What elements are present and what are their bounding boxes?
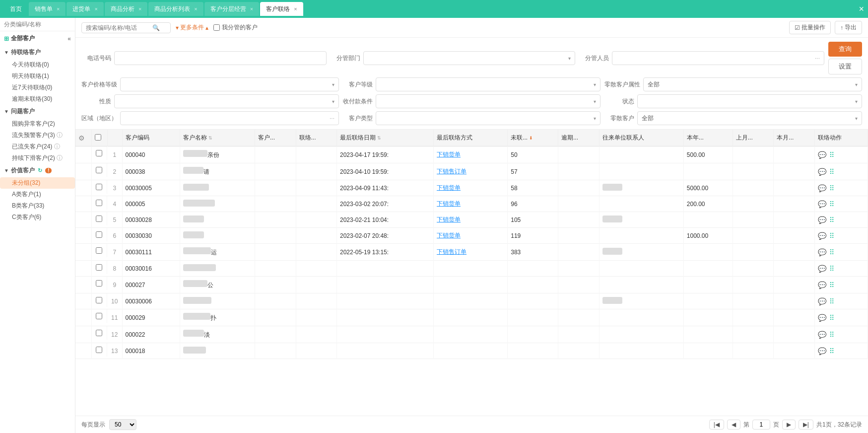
row-checkbox[interactable] [96, 200, 102, 206]
row-checkbox[interactable] [96, 330, 102, 336]
contact-phone-icon[interactable]: 💬 [818, 248, 826, 256]
page-prev-button[interactable]: ◀ [727, 420, 740, 430]
col-this-year[interactable]: 本年... [683, 130, 733, 146]
tab-sales[interactable]: 销售单 × [29, 2, 66, 16]
row-checkbox-cell[interactable] [92, 277, 108, 290]
filter-payment-select[interactable]: ▾ [376, 94, 601, 108]
row-checkbox-cell[interactable] [92, 326, 108, 340]
row-checkbox-cell[interactable] [92, 196, 108, 210]
col-gear[interactable]: ⚙ [75, 130, 91, 146]
tab-home[interactable]: 首页 [4, 2, 28, 16]
tab-customer-contact-close[interactable]: × [294, 6, 297, 12]
more-action-icon[interactable]: ⠿ [829, 216, 834, 224]
search-input[interactable] [86, 24, 150, 31]
col-last-contact-date[interactable]: 最后联络日期⇅ [337, 130, 434, 146]
row-checkbox[interactable] [96, 313, 102, 319]
row-checkbox-cell[interactable] [92, 146, 108, 160]
sidebar-item-week-pending[interactable]: 近7天待联络(0) [0, 82, 75, 93]
row-checkbox[interactable] [96, 280, 102, 287]
more-action-icon[interactable]: ⠿ [829, 168, 834, 176]
col-contact[interactable]: 联络... [296, 130, 337, 146]
row-last-method[interactable]: 下销货单 [434, 212, 508, 228]
gear-icon[interactable]: ⚙ [78, 134, 85, 142]
contact-phone-icon[interactable]: 💬 [818, 168, 826, 176]
contact-phone-icon[interactable]: 💬 [818, 347, 826, 355]
filter-manager-dots[interactable]: ··· [815, 55, 820, 62]
sidebar-item-churned[interactable]: 已流失客户(24) ⓘ [0, 141, 75, 152]
row-last-method[interactable]: 下销售订单 [434, 244, 508, 261]
contact-phone-icon[interactable]: 💬 [818, 281, 826, 289]
select-all-checkbox[interactable] [95, 134, 101, 141]
row-last-method[interactable]: 下销货单 [434, 180, 508, 196]
row-checkbox[interactable] [96, 231, 102, 238]
row-last-method[interactable]: 下销售订单 [434, 163, 508, 180]
sidebar-collapse-arrow[interactable]: « [67, 35, 71, 42]
sidebar-category-pending[interactable]: ▼ 待联络客户 [0, 46, 75, 59]
sidebar-item-churn-warning[interactable]: 流失预警客户(3) ⓘ [0, 130, 75, 141]
row-checkbox[interactable] [96, 216, 102, 222]
col-customer-name[interactable]: 客户名称⇅ [180, 130, 255, 146]
row-last-method[interactable]: 下销货单 [434, 196, 508, 212]
tab-product-analysis-close[interactable]: × [138, 6, 141, 12]
more-conditions-button[interactable]: ▾ 更多条件 ▴ [176, 23, 208, 32]
more-action-icon[interactable]: ⠿ [829, 331, 834, 339]
filter-dept-select[interactable]: ▾ [363, 51, 576, 65]
export-button[interactable]: ↑ 导出 [835, 21, 862, 34]
contact-phone-icon[interactable]: 💬 [818, 232, 826, 240]
all-customers-section[interactable]: ⊞ 全部客户 « [0, 31, 75, 46]
col-last-month[interactable]: 上月... [733, 130, 774, 146]
sidebar-search-input[interactable] [4, 21, 75, 28]
page-size-select[interactable]: 50 100 200 [109, 419, 136, 430]
close-all-button[interactable]: × [859, 4, 864, 14]
reset-button[interactable]: 设置 [828, 59, 862, 74]
filter-status-select[interactable]: ▾ [637, 94, 862, 108]
col-this-month[interactable]: 本月... [774, 130, 815, 146]
contact-phone-icon[interactable]: 💬 [818, 297, 826, 305]
tab-customer-segment[interactable]: 客户分层经营 × [204, 2, 259, 16]
row-checkbox-cell[interactable] [92, 309, 108, 323]
more-action-icon[interactable]: ⠿ [829, 248, 834, 256]
row-checkbox[interactable] [96, 297, 102, 303]
more-action-icon[interactable]: ⠿ [829, 347, 834, 355]
contact-phone-icon[interactable]: 💬 [818, 216, 826, 224]
col-customer-type[interactable]: 客户... [255, 130, 296, 146]
sidebar-item-today-pending[interactable]: 今天待联络(0) [0, 59, 75, 71]
row-checkbox-cell[interactable] [92, 212, 108, 225]
my-customers-input[interactable] [213, 24, 220, 31]
contact-phone-icon[interactable]: 💬 [818, 331, 826, 339]
sidebar-category-value[interactable]: ▼ 价值客户 ↻ ! [0, 164, 75, 177]
more-action-icon[interactable]: ⠿ [829, 314, 834, 322]
row-last-method[interactable]: 下销货单 [434, 228, 508, 244]
sidebar-item-class-b[interactable]: B类客户(33) [0, 200, 75, 212]
sidebar-item-tomorrow-pending[interactable]: 明天待联络(1) [0, 71, 75, 82]
batch-ops-button[interactable]: ☑ 批量操作 [789, 21, 831, 34]
page-last-button[interactable]: ▶| [799, 420, 813, 430]
row-checkbox-cell[interactable] [92, 180, 108, 194]
value-refresh-icon[interactable]: ↻ [38, 167, 42, 174]
more-action-icon[interactable]: ⠿ [829, 297, 834, 305]
sidebar-item-abnormal[interactable]: 囤购异常客户(2) [0, 118, 75, 130]
col-customer-code[interactable]: 客户编码 [122, 130, 180, 146]
col-last-contact-method[interactable]: 最后联络方式 [434, 130, 508, 146]
filter-phone-input[interactable] [114, 51, 327, 65]
tab-customer-segment-close[interactable]: × [250, 6, 253, 12]
row-checkbox-cell[interactable] [92, 228, 108, 241]
row-checkbox-cell[interactable] [92, 293, 108, 307]
row-checkbox-cell[interactable] [92, 261, 108, 274]
row-checkbox[interactable] [96, 247, 102, 254]
contact-phone-icon[interactable]: 💬 [818, 151, 826, 159]
filter-customer-type-select[interactable]: ▾ [376, 111, 601, 125]
contact-phone-icon[interactable]: 💬 [818, 184, 826, 192]
tab-purchase-close[interactable]: × [94, 6, 97, 12]
filter-retail-attr-select[interactable]: 全部 ▾ [643, 77, 862, 91]
col-checkbox[interactable] [91, 130, 107, 146]
search-box[interactable]: 🔍 [81, 22, 171, 33]
filter-price-level-select[interactable]: ▾ [120, 77, 339, 91]
sidebar-category-problem[interactable]: ▼ 问题客户 [0, 105, 75, 118]
page-first-button[interactable]: |◀ [709, 420, 724, 430]
sidebar-item-class-c[interactable]: C类客户(6) [0, 212, 75, 223]
more-action-icon[interactable]: ⠿ [829, 151, 834, 159]
contact-phone-icon[interactable]: 💬 [818, 200, 826, 208]
tab-product-analysis-list[interactable]: 商品分析列表 × [148, 2, 203, 16]
sidebar-search-box[interactable]: 🔍 [0, 18, 75, 31]
